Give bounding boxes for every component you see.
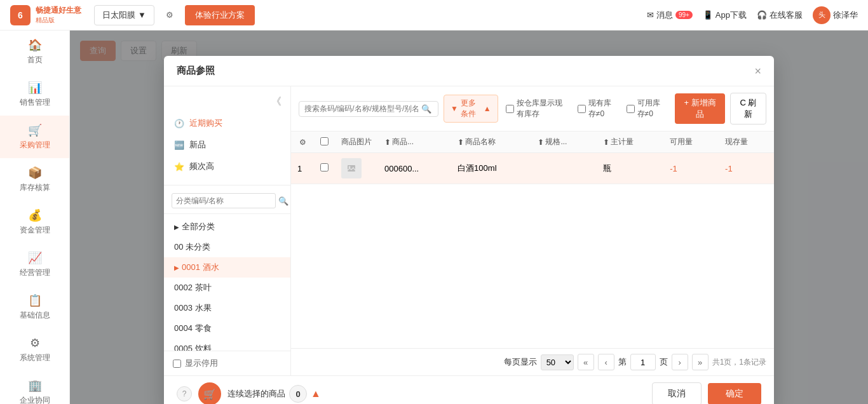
arrow-icon-0001: ▶	[174, 264, 179, 271]
cancel-button[interactable]: 取消	[652, 382, 702, 404]
settings-icon[interactable]: ⚙	[159, 5, 180, 25]
gear-icon[interactable]: ⚙	[299, 138, 306, 147]
sales-icon: 📊	[28, 81, 42, 95]
category-item-all[interactable]: ▶ 全部分类	[164, 217, 290, 237]
sort-unit[interactable]: ⬆主计量	[603, 137, 634, 147]
cell-check	[314, 153, 335, 184]
cell-spec	[531, 153, 596, 184]
category-item-0001[interactable]: ▶ 0001 酒水	[164, 257, 290, 278]
th-image: 商品图片	[335, 131, 378, 153]
category-search-icon[interactable]: 🔍	[278, 196, 288, 206]
confirm-button[interactable]: 确定	[708, 383, 761, 404]
enterprise-icon: 🏢	[28, 379, 42, 393]
modal-close-button[interactable]: ×	[754, 65, 761, 77]
page-unit: 页	[660, 356, 668, 368]
tab-recent-purchase[interactable]: 🕐 近期购买	[164, 112, 290, 134]
modal-header: 商品参照 ×	[164, 56, 774, 86]
continuous-selection-area: 连续选择的商品 0 ▲	[227, 385, 321, 403]
category-0004-label: 0004 零食	[174, 323, 212, 334]
filter-arrow-icon: ▲	[484, 104, 491, 113]
user-area[interactable]: 头 徐泽华	[813, 6, 858, 24]
cell-stock: -1	[719, 153, 774, 184]
checkbox-available-input[interactable]	[627, 105, 635, 113]
checkbox-nonzero-label: 现有库存≠0	[588, 98, 616, 119]
sidebar-item-system[interactable]: ⚙ 系统管理	[0, 328, 69, 371]
category-item-0005[interactable]: 0005 饮料	[164, 339, 290, 351]
purchase-icon: 🛒	[28, 123, 42, 137]
sidebar-item-enterprise[interactable]: 🏢 企业协同	[0, 371, 69, 404]
sidebar-item-finance-label: 资金管理	[20, 225, 50, 236]
checkbox-group: 按仓库显示现有库存 现有库存≠0 可用库存≠0	[506, 98, 665, 119]
add-product-button[interactable]: + 新增商品	[675, 93, 725, 124]
collapse-button[interactable]: 《	[266, 93, 287, 111]
th-unit: ⬆主计量	[597, 131, 663, 153]
messages-button[interactable]: ✉ 消息 99+	[647, 10, 693, 21]
filter-button[interactable]: ▼ 更多条件 ▲	[444, 95, 498, 123]
last-page-button[interactable]: »	[692, 354, 709, 370]
image-placeholder-icon	[345, 162, 358, 175]
app-icon: 📱	[703, 10, 713, 20]
sidebar-item-inventory-label: 库存核算	[20, 182, 50, 193]
checkbox-nonzero-input[interactable]	[578, 105, 586, 113]
sidebar-item-sales[interactable]: 📊 销售管理	[0, 73, 69, 116]
checkbox-warehouse-input[interactable]	[506, 105, 514, 113]
checkbox-available-stock[interactable]: 可用库存≠0	[627, 98, 665, 119]
per-page-select[interactable]: 50 10 20 100	[541, 354, 574, 370]
first-page-button[interactable]: «	[578, 354, 594, 370]
table-area: ⚙ 商品图片	[291, 131, 774, 348]
category-item-0004[interactable]: 0004 零食	[164, 318, 290, 339]
cell-code: 000600...	[378, 153, 451, 184]
sidebar-item-purchase[interactable]: 🛒 采购管理	[0, 116, 69, 158]
checkbox-warehouse-stock[interactable]: 按仓库显示现有库存	[506, 98, 567, 119]
display-disabled-checkbox[interactable]	[173, 360, 181, 368]
sort-spec[interactable]: ⬆规格...	[538, 137, 567, 147]
online-service-button[interactable]: 🎧 在线客服	[757, 10, 803, 21]
row-checkbox[interactable]	[320, 163, 329, 172]
modal-dialog: 商品参照 × 《 🕐 近期购买	[164, 56, 774, 404]
app-download-button[interactable]: 📱 App下载	[703, 10, 747, 21]
sidebar-item-home[interactable]: 🏠 首页	[0, 30, 69, 73]
sidebar-item-basic-info[interactable]: 📋 基础信息	[0, 286, 69, 328]
category-item-0003[interactable]: 0003 水果	[164, 298, 290, 318]
arrow-icon: ▶	[174, 224, 179, 231]
help-button[interactable]: ?	[177, 386, 192, 401]
product-search-input[interactable]	[304, 104, 419, 113]
category-search-input[interactable]	[172, 193, 276, 208]
left-panel-tabs: 《 🕐 近期购买 🆕 新品 ⭐	[164, 86, 290, 182]
page-number-input[interactable]	[630, 354, 656, 370]
next-page-button[interactable]: ›	[672, 354, 688, 370]
sidebar-item-operations[interactable]: 📈 经营管理	[0, 243, 69, 286]
sort-code[interactable]: ⬆商品...	[384, 137, 414, 147]
cell-available: -1	[663, 153, 719, 184]
category-item-00[interactable]: 00 未分类	[164, 237, 290, 257]
page-label: 第	[618, 356, 627, 368]
tab-high-frequency[interactable]: ⭐ 频次高	[164, 156, 290, 177]
avatar: 头	[813, 6, 831, 24]
username: 徐泽华	[833, 10, 858, 21]
sort-name[interactable]: ⬆商品名称	[458, 137, 496, 147]
refresh-button[interactable]: C 刷新	[730, 93, 766, 125]
th-name: ⬆商品名称	[451, 131, 531, 153]
system-icon: ⚙	[30, 336, 40, 350]
sidebar-item-finance[interactable]: 💰 资金管理	[0, 201, 69, 243]
select-all-checkbox[interactable]	[320, 137, 329, 145]
store-name: 日太阳膜	[102, 10, 135, 21]
product-search-icon[interactable]: 🔍	[421, 104, 431, 114]
category-0005-label: 0005 饮料	[174, 343, 212, 351]
trial-button[interactable]: 体验行业方案	[185, 5, 255, 25]
category-list: ▶ 全部分类 00 未分类 ▶ 0001 酒水 0002 茶	[164, 214, 290, 351]
cart-icon: 🛒	[203, 388, 216, 400]
category-item-0002[interactable]: 0002 茶叶	[164, 278, 290, 298]
th-spec: ⬆规格...	[531, 131, 596, 153]
store-selector[interactable]: 日太阳膜 ▼	[94, 5, 154, 25]
cart-button[interactable]: 🛒	[198, 382, 221, 404]
tab-new-products[interactable]: 🆕 新品	[164, 134, 290, 156]
collapse-selection-icon[interactable]: ▲	[311, 388, 321, 400]
prev-page-button[interactable]: ‹	[598, 354, 614, 370]
cell-unit: 瓶	[597, 153, 663, 184]
sidebar-item-inventory[interactable]: 📦 库存核算	[0, 158, 69, 201]
product-image	[341, 158, 362, 178]
tab-new-products-label: 新品	[189, 139, 206, 151]
sidebar-item-sales-label: 销售管理	[20, 97, 50, 108]
checkbox-nonzero-stock[interactable]: 现有库存≠0	[578, 98, 616, 119]
